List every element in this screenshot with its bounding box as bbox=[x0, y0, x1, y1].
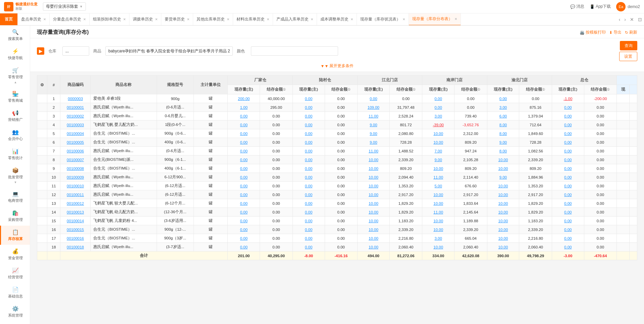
table-row: 500100004合生元（BIOSTIME）...900g（0-6...罐0.0… bbox=[37, 129, 637, 138]
sidebar-item-operation[interactable]: 📈 经营管理 bbox=[0, 264, 30, 283]
sidebar-item-enterprise[interactable]: 🤝 企业协同 bbox=[0, 321, 30, 324]
summary-label: 合计 bbox=[60, 251, 228, 260]
sidebar-item-purchase[interactable]: 🛍️ 采购管理 bbox=[0, 206, 30, 226]
company-selector[interactable]: 母婴行业演示陈套 ▼ bbox=[43, 2, 86, 11]
table-row: 1700100016合生元（BIOSTIME）...900g（3岁...罐0.0… bbox=[37, 234, 637, 243]
print-icon: 🖨️ bbox=[580, 30, 585, 35]
close-icon[interactable]: ✕ bbox=[402, 17, 405, 21]
sidebar-item-marketing[interactable]: 📢 营销推广 bbox=[0, 106, 30, 126]
shop-icon: 🏪 bbox=[12, 91, 19, 97]
chevron-up-icon: ▲ bbox=[14, 81, 17, 84]
changjia-cur: 现存量(主) bbox=[228, 85, 260, 94]
col-lucun: 陆村仓 bbox=[292, 76, 357, 85]
message-btn[interactable]: 💬 消息 bbox=[570, 4, 584, 9]
info-icon[interactable]: ① bbox=[607, 88, 610, 91]
close-icon[interactable]: ✕ bbox=[123, 17, 126, 21]
info-icon[interactable]: ① bbox=[477, 88, 480, 91]
chevron-down-icon: ▼▼ bbox=[321, 64, 329, 68]
stat-icon: 📊 bbox=[12, 148, 19, 154]
close-icon[interactable]: ✕ bbox=[187, 17, 190, 21]
color-label: 颜色 bbox=[237, 48, 247, 54]
system-icon: ⚙️ bbox=[12, 306, 19, 312]
print-btn[interactable]: 🖨️ 按模板打印 bbox=[580, 30, 606, 35]
close-icon[interactable]: ✕ bbox=[83, 17, 86, 21]
tab-production-in[interactable]: 产成品入库单历史 ✕ bbox=[273, 13, 317, 26]
tab-next-icon[interactable]: › bbox=[622, 17, 628, 22]
sidebar-item-finance[interactable]: 💰 资金管理 bbox=[0, 245, 30, 264]
warehouse-input[interactable] bbox=[62, 46, 89, 56]
close-icon[interactable]: ✕ bbox=[43, 17, 46, 21]
app-download-btn[interactable]: 📱 App下载 bbox=[590, 4, 611, 9]
info-icon[interactable]: ① bbox=[542, 88, 545, 91]
total-cur: 现存量(主) bbox=[552, 85, 584, 94]
sidebar-item-retail[interactable]: 🛒 零售管理 ▲ bbox=[0, 64, 30, 87]
settings-icon[interactable]: ⚙ bbox=[40, 83, 44, 87]
sidebar-item-search[interactable]: 🔍 搜索英单 bbox=[0, 26, 30, 45]
close-icon[interactable]: ✕ bbox=[227, 17, 229, 21]
header-actions: 🖨️ 按模板打印 ⬇ 导出 ↻ 刷新 bbox=[580, 30, 637, 35]
finance-icon: 💰 bbox=[12, 248, 19, 254]
close-icon[interactable]: ✕ bbox=[454, 17, 457, 21]
tab-cost-adjust[interactable]: 成本调整单历史 ✕ bbox=[317, 13, 357, 26]
table-row: 1400100013飞鹤星飞帆 幼儿配方奶...(12-36个月...罐0.00… bbox=[37, 208, 637, 217]
sidebar-item-retail-stat[interactable]: 📊 零售统计 bbox=[0, 145, 30, 164]
tab-stock-dist[interactable]: 现存量（库存分布表） ✕ bbox=[409, 13, 461, 26]
sidebar-item-member[interactable]: 👥 会员中心 bbox=[0, 126, 30, 145]
close-icon[interactable]: ✕ bbox=[351, 17, 353, 21]
tab-expand-icon[interactable]: ⊡ bbox=[636, 17, 644, 22]
tab-requisition[interactable]: 要货单历史 ✕ bbox=[161, 13, 193, 26]
chevron-down-icon: ▼ bbox=[14, 181, 17, 184]
tab-inventory-count[interactable]: 盘点单历史 ✕ bbox=[18, 13, 50, 26]
page-title: 现存量查询(库存分布) bbox=[37, 29, 89, 36]
col-spec: 规格型号 bbox=[157, 76, 194, 94]
tab-prev-icon[interactable]: ‹ bbox=[617, 17, 623, 22]
export-icon: ⬇ bbox=[609, 30, 612, 35]
table-row: 1800100018惠氏启赋（Wyeth illu...(3-7岁适...罐0.… bbox=[37, 243, 637, 251]
sidebar-item-shortcut[interactable]: ⚡ 快捷导航 bbox=[0, 45, 30, 64]
sidebar-item-basic[interactable]: 📄 基础信息 bbox=[0, 283, 30, 302]
tab-disassembly[interactable]: 组装拆卸单历史 ✕ bbox=[90, 13, 129, 26]
sidebar-item-wholesale[interactable]: 📦 批发管理 ▼ bbox=[0, 164, 30, 187]
user-area[interactable]: Ea demo2 bbox=[616, 2, 640, 11]
user-avatar: Ea bbox=[616, 2, 626, 11]
sidebar-item-system[interactable]: ⚙️ 系统管理 bbox=[0, 302, 30, 321]
refresh-btn[interactable]: ↻ 刷新 bbox=[625, 30, 637, 35]
stock-distribution-table: ⚙ # 商品编码 商品名称 规格型号 主计量单位 厂家仓 陆村仓 江北门店 南岸… bbox=[37, 75, 637, 260]
info-icon[interactable]: ① bbox=[283, 88, 286, 91]
export-btn[interactable]: ⬇ 导出 bbox=[609, 30, 622, 35]
setting-btn[interactable]: 设置 bbox=[619, 52, 637, 61]
tab-home[interactable]: 首页 bbox=[0, 13, 18, 26]
col-nanan: 南岸门店 bbox=[422, 76, 487, 85]
tabs-navigation: ‹ › ✕ ⊡ bbox=[617, 17, 644, 22]
table-container[interactable]: ⚙ # 商品编码 商品名称 规格型号 主计量单位 厂家仓 陆村仓 江北门店 南岸… bbox=[30, 72, 644, 324]
sidebar-item-ecommerce[interactable]: 💻 电商管理 bbox=[0, 187, 30, 206]
col-jiangbei: 江北门店 bbox=[358, 76, 422, 85]
tab-partial-count[interactable]: 分量盘点单历史 ✕ bbox=[50, 13, 90, 26]
logo-area: 好 畅捷通好生意 标版 bbox=[4, 2, 38, 11]
close-icon[interactable]: ✕ bbox=[155, 17, 158, 21]
color-input[interactable] bbox=[251, 46, 338, 56]
tab-close-all-icon[interactable]: ✕ bbox=[628, 17, 636, 22]
tab-stock-status[interactable]: 现存量（库存状况表） ✕ bbox=[357, 13, 409, 26]
tab-other-out[interactable]: 其他出库单历史 ✕ bbox=[193, 13, 233, 26]
close-icon[interactable]: ✕ bbox=[267, 17, 269, 21]
lucun-amt: 结存金额① bbox=[325, 85, 358, 94]
sidebar-item-stock[interactable]: 📋 库存核算 bbox=[0, 226, 30, 245]
close-icon[interactable]: ✕ bbox=[311, 17, 313, 21]
info-icon[interactable]: ① bbox=[347, 88, 351, 91]
retail-icon: 🛒 bbox=[12, 67, 19, 74]
jiangbei-amt: 结存金额① bbox=[389, 85, 422, 94]
logo-subtitle: 标版 bbox=[15, 6, 38, 11]
sidebar-item-retail-shop[interactable]: 🏪 零售商城 bbox=[0, 87, 30, 106]
warehouse-label: 仓库 bbox=[48, 48, 58, 54]
tab-material-out[interactable]: 材料出库单历史 ✕ bbox=[233, 13, 273, 26]
col-changjia: 厂家仓 bbox=[228, 76, 292, 85]
col-gear[interactable]: ⚙ bbox=[37, 76, 47, 94]
product-input[interactable] bbox=[105, 46, 233, 56]
filter-toggle-btn[interactable]: ▶ bbox=[37, 47, 44, 55]
search-btn[interactable]: 查询 bbox=[620, 41, 637, 50]
tabs-bar: 首页 盘点单历史 ✕ 分量盘点单历史 ✕ 组装拆卸单历史 ✕ 调拨单历史 ✕ 要… bbox=[0, 13, 644, 26]
tab-transfer[interactable]: 调拨单历史 ✕ bbox=[129, 13, 161, 26]
info-icon[interactable]: ① bbox=[413, 88, 416, 91]
expand-filter-btn[interactable]: ▼▼ 展开更多条件 bbox=[321, 63, 354, 69]
